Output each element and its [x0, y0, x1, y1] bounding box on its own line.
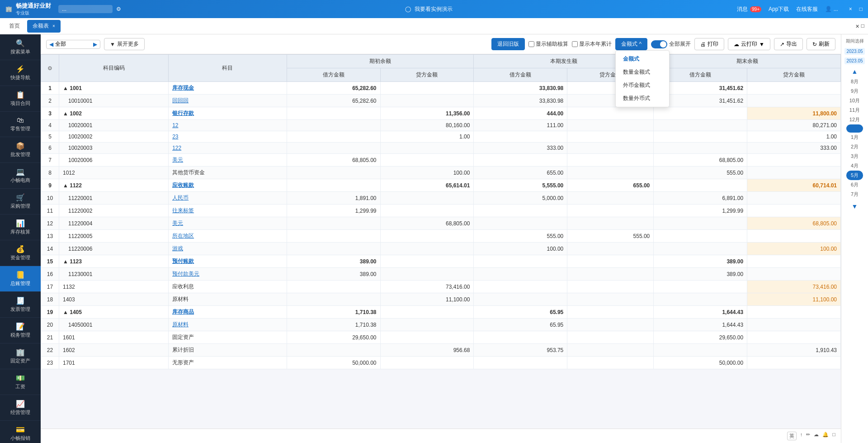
message-btn[interactable]: 消息 99+	[737, 5, 761, 13]
sidebar-item-wholesale[interactable]: 📦 批发管理	[0, 137, 41, 163]
month-item[interactable]: 9月	[846, 86, 863, 96]
sidebar-item-capital[interactable]: 💰 资金管理	[0, 240, 41, 266]
row-subject[interactable]: 预付账款	[169, 255, 287, 268]
return-old-btn[interactable]: 退回旧版	[491, 38, 525, 50]
view-mode-btn[interactable]: 金额式 ^	[615, 38, 647, 50]
row-subject[interactable]: 美元	[169, 154, 287, 167]
view-mode-foreign[interactable]: 外币金额式	[616, 79, 669, 92]
month-item[interactable]: 6月	[846, 180, 863, 190]
collapse-right-panel-btn[interactable]: ▲	[852, 68, 858, 75]
sidebar-item-purchase[interactable]: 🛒 采购管理	[0, 189, 41, 214]
sidebar-item-ledger[interactable]: 📒 总账管理	[0, 266, 41, 292]
row-subject[interactable]: 12	[169, 120, 287, 131]
search-input[interactable]	[55, 41, 91, 48]
nav-forward-icon[interactable]: ▶	[93, 41, 97, 48]
row-subject[interactable]: 人民币	[169, 192, 287, 205]
month-item[interactable]: 12月	[846, 115, 863, 124]
sidebar-item-ecommerce[interactable]: 💻 小畅电商	[0, 163, 41, 189]
row-code: 11220004	[59, 217, 169, 230]
export-btn[interactable]: ↗ 导出	[774, 38, 803, 50]
view-mode-qty-amount[interactable]: 数量金额式	[616, 66, 669, 79]
tab-window-close-icon[interactable]: ×	[856, 23, 859, 30]
row-subject[interactable]: 122	[169, 143, 287, 154]
row-subject[interactable]: 固定资产	[169, 331, 287, 344]
row-subject[interactable]: 所在地区	[169, 230, 287, 243]
sidebar-item-project[interactable]: 📋 项目合同	[0, 86, 41, 112]
demo-link[interactable]: ◯ 我要看实例演示	[405, 5, 453, 13]
row-subject[interactable]: 原材料	[169, 319, 287, 331]
row-subject[interactable]: 应收账款	[169, 179, 287, 192]
month-item[interactable]: 10月	[846, 96, 863, 105]
window-icon[interactable]: □	[832, 432, 835, 440]
month-item[interactable]: 4月	[846, 161, 863, 171]
lang-btn[interactable]: 英	[787, 432, 797, 440]
sidebar-item-invoice[interactable]: 🧾 发票管理	[0, 292, 41, 318]
online-service-btn[interactable]: 在线客服	[796, 5, 818, 13]
month-item[interactable]: 2023	[846, 124, 863, 133]
year-range-start[interactable]: 2023.05	[844, 48, 864, 55]
sidebar-item-expense[interactable]: 💳 小畅报销	[0, 421, 41, 443]
bell-icon[interactable]: 🔔	[822, 432, 829, 440]
sidebar-item-retail[interactable]: 🛍 零售管理	[0, 112, 41, 137]
row-subject[interactable]: 库存现金	[169, 82, 287, 95]
tab-close-icon[interactable]: ×	[52, 24, 55, 29]
cloud-icon[interactable]: ☁	[814, 432, 819, 440]
view-mode-amount[interactable]: 金额式	[616, 52, 669, 66]
show-auxiliary-checkbox[interactable]: 显示辅助核算	[528, 40, 568, 48]
col-settings-header[interactable]: ⚙	[41, 55, 59, 82]
row-subject[interactable]: 美元	[169, 217, 287, 230]
expand-more-btn[interactable]: ▼ 展开更多	[104, 38, 145, 50]
view-mode-qty-foreign[interactable]: 数量外币式	[616, 92, 669, 105]
sidebar-item-inventory[interactable]: 📊 库存核算	[0, 214, 41, 240]
show-year-total-checkbox[interactable]: 显示本年累计	[572, 40, 612, 48]
up-icon[interactable]: ↑	[800, 432, 803, 440]
row-subject[interactable]: 23	[169, 131, 287, 143]
tab-restore-icon[interactable]: □	[861, 23, 864, 30]
sidebar-item-search[interactable]: 🔍 搜索菜单	[0, 34, 41, 60]
row-subject[interactable]: 游戏	[169, 243, 287, 255]
month-item[interactable]: 11月	[846, 105, 863, 115]
year-range-end[interactable]: 2023.05	[844, 57, 864, 64]
month-item[interactable]: 5月	[846, 171, 863, 180]
toggle-switch[interactable]	[651, 40, 667, 48]
month-item[interactable]: 2月	[846, 142, 863, 152]
month-item[interactable]: 8月	[846, 77, 863, 86]
app-download-btn[interactable]: App下载	[769, 5, 789, 13]
url-bar[interactable]: ...	[58, 5, 113, 13]
row-subject[interactable]: 原材料	[169, 293, 287, 306]
tab-home[interactable]: 首页	[4, 20, 25, 33]
window-restore-btn[interactable]: □	[859, 6, 863, 12]
search-box[interactable]: ◀ ▶	[46, 40, 100, 49]
row-subject[interactable]: 预付款美元	[169, 268, 287, 281]
row-amount-cell: 1,710.38	[287, 319, 380, 331]
row-subject[interactable]: 库存商品	[169, 306, 287, 319]
sidebar-item-business[interactable]: 📈 经营管理	[0, 395, 41, 421]
edit-icon[interactable]: ✏	[806, 432, 810, 440]
month-item[interactable]: 1月	[846, 133, 863, 142]
cloud-print-btn[interactable]: ☁ 云打印 ▼	[728, 38, 770, 50]
month-item[interactable]: 7月	[846, 190, 863, 199]
row-subject[interactable]: 回回回	[169, 95, 287, 107]
row-subject[interactable]: 其他货币资金	[169, 167, 287, 179]
sidebar-item-salary[interactable]: 💵 工资	[0, 369, 41, 395]
settings-icon[interactable]: ⚙	[116, 6, 121, 12]
sidebar-item-quick-nav[interactable]: ⚡ 快捷导航	[0, 60, 41, 86]
nav-back-icon[interactable]: ◀	[49, 41, 53, 48]
project-icon: 📋	[2, 91, 39, 99]
refresh-btn[interactable]: ↻ 刷新	[807, 38, 835, 50]
tab-balance[interactable]: 余额表 ×	[27, 20, 61, 33]
row-subject[interactable]: 无形资产	[169, 357, 287, 369]
view-mode-dropdown[interactable]: 金额式 ^ 金额式 数量金额式 外币金额式 数量外币式	[615, 38, 647, 50]
row-subject[interactable]: 累计折旧	[169, 344, 287, 357]
month-item[interactable]: 3月	[846, 152, 863, 161]
row-subject[interactable]: 银行存款	[169, 107, 287, 120]
expand-all-toggle[interactable]: 全部展开	[651, 40, 691, 48]
print-btn[interactable]: 🖨 打印	[694, 38, 724, 50]
row-subject[interactable]: 往来标签	[169, 205, 287, 217]
row-subject[interactable]: 应收利息	[169, 281, 287, 293]
sidebar-item-assets[interactable]: 🏢 固定资产	[0, 343, 41, 369]
user-avatar[interactable]: 👤 ...	[825, 6, 838, 12]
sidebar-item-tax[interactable]: 📝 税务管理	[0, 318, 41, 343]
expand-right-panel-btn[interactable]: ▼	[852, 203, 858, 210]
window-close-btn[interactable]: ×	[849, 6, 852, 12]
